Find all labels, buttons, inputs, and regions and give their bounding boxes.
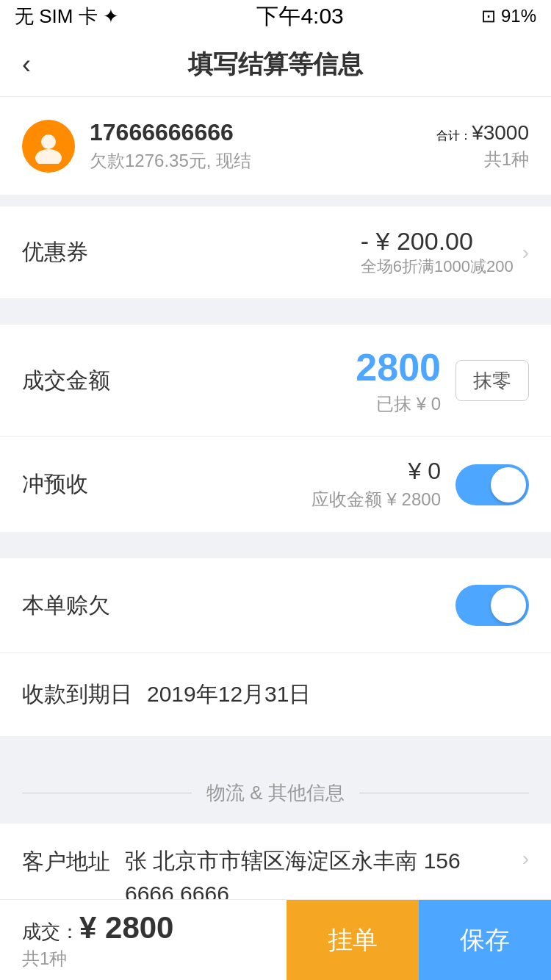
user-debt: 欠款1276.35元, 现结 <box>90 149 251 173</box>
chevron-right-icon: › <box>522 241 529 264</box>
amount-value: 2800 <box>356 345 441 389</box>
bottom-amount: ¥ 2800 <box>79 910 173 945</box>
user-details: 17666666666 欠款1276.35元, 现结 <box>90 119 251 173</box>
section-separator <box>0 310 551 325</box>
coupon-info: - ¥ 200.00 全场6折满1000减200 <box>361 227 514 278</box>
status-right: ⊡ 91% <box>481 6 536 26</box>
debt-toggle-knob <box>491 588 526 623</box>
user-phone: 17666666666 <box>90 119 251 146</box>
amount-right: 2800 已抹 ¥ 0 抹零 <box>356 345 529 416</box>
coupon-discount: - ¥ 200.00 <box>361 227 514 256</box>
coupon-label: 优惠券 <box>22 237 88 267</box>
page-title: 填写结算等信息 <box>188 48 363 82</box>
deal-label: 成交：¥ 2800 <box>22 910 264 945</box>
battery-icon: ⊡ 91% <box>481 6 536 26</box>
coupon-desc: 全场6折满1000减200 <box>361 256 514 278</box>
bottom-count: 共1种 <box>22 947 264 970</box>
amount-label: 成交金额 <box>22 366 110 396</box>
debt-label: 本单赊欠 <box>22 591 110 621</box>
bottom-bar: 成交：¥ 2800 共1种 挂单 保存 <box>0 899 551 980</box>
hang-button[interactable]: 挂单 <box>287 900 419 981</box>
user-total-count: 共1种 <box>436 148 529 171</box>
logistics-divider: 物流 & 其他信息 <box>0 763 551 824</box>
content-area: 17666666666 欠款1276.35元, 现结 合计：¥3000 共1种 … <box>0 97 551 980</box>
address-arrow-icon: › <box>522 844 529 871</box>
user-total: 合计：¥3000 共1种 <box>436 121 529 171</box>
status-time: 下午4:03 <box>256 1 343 32</box>
due-date-value: 2019年12月31日 <box>147 680 311 710</box>
avatar <box>22 120 75 173</box>
prepay-sub: 应收金额 ¥ 2800 <box>311 488 441 511</box>
amount-value-block: 2800 已抹 ¥ 0 <box>356 345 441 416</box>
amount-sub: 已抹 ¥ 0 <box>356 392 441 416</box>
due-date-row: 收款到期日 2019年12月31日 <box>0 652 551 736</box>
debt-toggle[interactable] <box>455 585 529 626</box>
user-card: 17666666666 欠款1276.35元, 现结 合计：¥3000 共1种 <box>0 97 551 195</box>
status-left: 无 SIM 卡 ✦ <box>15 4 119 29</box>
prepay-toggle[interactable] <box>455 464 529 505</box>
svg-point-1 <box>35 149 62 164</box>
prepay-label: 冲预收 <box>22 469 88 500</box>
prepay-value-block: ¥ 0 应收金额 ¥ 2800 <box>311 458 441 511</box>
due-date-label: 收款到期日 <box>22 680 132 710</box>
divider-line-left <box>22 793 192 793</box>
debt-row: 本单赊欠 <box>0 558 551 652</box>
back-button[interactable]: ‹ <box>22 49 31 80</box>
prepay-row: 冲预收 ¥ 0 应收金额 ¥ 2800 <box>0 436 551 532</box>
coupon-row[interactable]: 优惠券 - ¥ 200.00 全场6折满1000减200 › <box>0 206 551 298</box>
coupon-right: - ¥ 200.00 全场6折满1000减200 › <box>361 227 529 278</box>
nav-bar: ‹ 填写结算等信息 <box>0 32 551 97</box>
address-label: 客户地址 <box>22 844 110 877</box>
bottom-summary: 成交：¥ 2800 共1种 <box>0 910 287 970</box>
prepay-value: ¥ 0 <box>311 458 441 485</box>
user-total-label: 合计：¥3000 <box>436 121 529 145</box>
status-bar: 无 SIM 卡 ✦ 下午4:03 ⊡ 91% <box>0 0 551 32</box>
divider-line-right <box>359 793 529 793</box>
user-total-amount: ¥3000 <box>472 121 529 144</box>
amount-row: 成交金额 2800 已抹 ¥ 0 抹零 <box>0 325 551 436</box>
svg-point-0 <box>41 134 56 149</box>
section-separator-3 <box>0 748 551 763</box>
amount-section: 成交金额 2800 已抹 ¥ 0 抹零 冲预收 ¥ 0 应收金额 ¥ 2800 <box>0 325 551 532</box>
debt-section: 本单赊欠 收款到期日 2019年12月31日 <box>0 558 551 736</box>
section-separator-2 <box>0 544 551 558</box>
toggle-knob <box>491 467 526 502</box>
signal-text: 无 SIM 卡 ✦ <box>15 4 119 29</box>
user-info-left: 17666666666 欠款1276.35元, 现结 <box>22 119 251 173</box>
save-button[interactable]: 保存 <box>419 900 551 981</box>
logistics-text: 物流 & 其他信息 <box>192 780 359 806</box>
prepay-right: ¥ 0 应收金额 ¥ 2800 <box>311 458 529 511</box>
round-zero-button[interactable]: 抹零 <box>455 360 529 401</box>
